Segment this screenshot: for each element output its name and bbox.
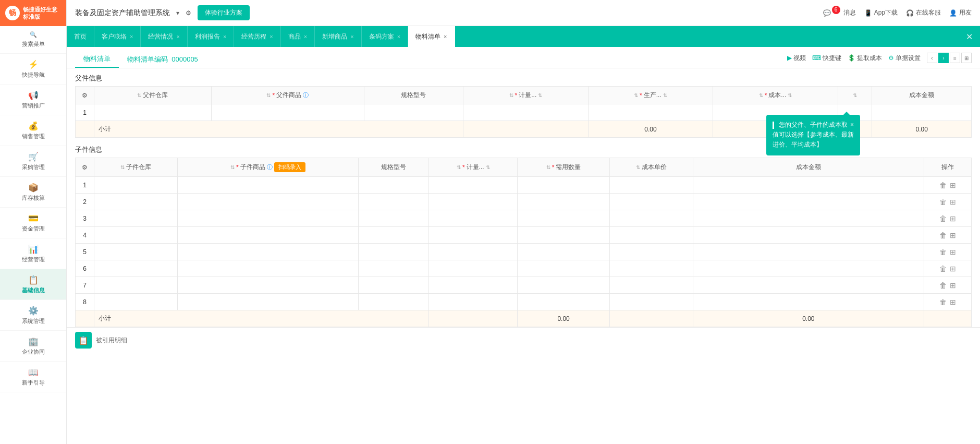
child-row3-product[interactable] [177, 210, 358, 227]
child-row8-delete-icon[interactable]: 🗑 [939, 298, 947, 306]
nav-next[interactable]: › [938, 53, 949, 63]
sidebar-item-sales[interactable]: 💰 销售管理 [0, 115, 66, 146]
child-row4-warehouse[interactable] [94, 227, 178, 244]
single-setting-action[interactable]: ⚙ 单据设置 [888, 54, 921, 63]
close-all-tabs[interactable]: ✕ [963, 32, 976, 42]
child-row7-unit[interactable] [429, 277, 518, 294]
child-row4-unit-cost[interactable] [609, 227, 693, 244]
tab-goods-close[interactable]: × [304, 33, 307, 40]
extra-sort-icon[interactable]: ⇅ [853, 92, 857, 98]
child-row3-delete-icon[interactable]: 🗑 [939, 214, 947, 223]
tab-home[interactable]: 首页 [67, 26, 94, 47]
child-row5-qty[interactable] [518, 244, 610, 260]
child-row6-unit[interactable] [429, 260, 518, 277]
cost-sort2-icon[interactable]: ⇅ [788, 92, 792, 98]
video-action[interactable]: ▶ 视频 [787, 54, 806, 63]
child-row6-product[interactable] [177, 260, 358, 277]
child-row3-spec[interactable] [359, 210, 429, 227]
settings-icon[interactable]: ⚙ [186, 9, 191, 17]
shortcut-action[interactable]: ⌨ 快捷键 [812, 54, 841, 63]
sidebar-item-quick-nav[interactable]: ⚡ 快捷导航 [0, 54, 66, 85]
sidebar-item-basic-info[interactable]: 📋 基础信息 [0, 269, 66, 300]
prod-sort2-icon[interactable]: ⇅ [663, 92, 667, 98]
tooltip-close[interactable]: × [850, 120, 854, 130]
child-row4-delete-icon[interactable]: 🗑 [939, 231, 947, 239]
child-row1-unit-cost[interactable] [609, 177, 693, 194]
tab-barcode-close[interactable]: × [397, 33, 400, 40]
child-row5-warehouse[interactable] [94, 244, 178, 260]
tab-business-close[interactable]: × [176, 33, 179, 40]
child-row1-spec[interactable] [359, 177, 429, 194]
sidebar-item-guide[interactable]: 📖 新手引导 [0, 362, 66, 392]
parent-row1-unit[interactable] [463, 104, 589, 121]
warehouse-sort-icon[interactable]: ⇅ [137, 92, 141, 98]
tab-barcode[interactable]: 条码方案 × [362, 26, 408, 47]
child-row1-product[interactable] [177, 177, 358, 194]
extract-cost-action[interactable]: 💲 提取成本 [848, 54, 882, 63]
prod-sort-icon[interactable]: ⇅ [634, 92, 638, 98]
tab-goods[interactable]: 商品 × [281, 26, 315, 47]
parent-row1-spec[interactable] [364, 104, 463, 121]
child-row6-qty[interactable] [518, 260, 610, 277]
child-row8-copy-icon[interactable]: ⊞ [950, 298, 956, 306]
child-row8-spec[interactable] [359, 294, 429, 310]
child-row4-spec[interactable] [359, 227, 429, 244]
child-row7-qty[interactable] [518, 277, 610, 294]
tab-profit[interactable]: 利润报告 × [188, 26, 234, 47]
child-row3-qty[interactable] [518, 210, 610, 227]
child-row7-delete-icon[interactable]: 🗑 [939, 281, 947, 290]
tab-customer-close[interactable]: × [130, 33, 133, 40]
user-item[interactable]: 👤 用友 [949, 8, 972, 17]
child-row2-product[interactable] [177, 194, 358, 210]
child-row7-warehouse[interactable] [94, 277, 178, 294]
sidebar-item-enterprise[interactable]: 🏢 企业协同 [0, 331, 66, 362]
child-row8-qty[interactable] [518, 294, 610, 310]
child-row2-qty[interactable] [518, 194, 610, 210]
tab-new-goods[interactable]: 新增商品 × [315, 26, 361, 47]
app-download-item[interactable]: 📱 App下载 [864, 8, 898, 17]
tab-history[interactable]: 经营历程 × [234, 26, 280, 47]
child-row3-copy-icon[interactable]: ⊞ [950, 214, 956, 223]
sub-tab-bom[interactable]: 物料清单 [75, 51, 119, 68]
sidebar-item-marketing[interactable]: 📢 营销推广 [0, 85, 66, 115]
message-item[interactable]: 💬 6 消息 [823, 8, 856, 17]
child-row6-spec[interactable] [359, 260, 429, 277]
sidebar-item-finance[interactable]: 💳 资金管理 [0, 208, 66, 238]
tab-history-close[interactable]: × [270, 33, 273, 40]
child-row6-warehouse[interactable] [94, 260, 178, 277]
scan-input-button[interactable]: 扫码录入 [274, 162, 305, 172]
child-row7-spec[interactable] [359, 277, 429, 294]
child-row2-unit[interactable] [429, 194, 518, 210]
child-row2-warehouse[interactable] [94, 194, 178, 210]
cost-sort-icon[interactable]: ⇅ [759, 92, 763, 98]
child-row1-delete-icon[interactable]: 🗑 [939, 181, 947, 189]
unit-sort-icon[interactable]: ⇅ [509, 92, 513, 98]
sidebar-item-operations[interactable]: 📊 经营管理 [0, 238, 66, 269]
tab-bom-close[interactable]: × [444, 33, 447, 40]
system-dropdown[interactable]: ▾ [176, 9, 179, 17]
nav-prev[interactable]: ‹ [927, 53, 937, 63]
tab-business[interactable]: 经营情况 × [141, 26, 187, 47]
child-row1-warehouse[interactable] [94, 177, 178, 194]
child-row6-copy-icon[interactable]: ⊞ [950, 265, 956, 273]
tab-profit-close[interactable]: × [223, 33, 226, 40]
child-row5-spec[interactable] [359, 244, 429, 260]
child-row4-product[interactable] [177, 227, 358, 244]
child-row8-warehouse[interactable] [94, 294, 178, 310]
child-row5-unit-cost[interactable] [609, 244, 693, 260]
child-row7-product[interactable] [177, 277, 358, 294]
child-row2-copy-icon[interactable]: ⊞ [950, 198, 956, 206]
child-row5-delete-icon[interactable]: 🗑 [939, 248, 947, 256]
tab-customer[interactable]: 客户联络 × [94, 26, 141, 47]
child-row5-product[interactable] [177, 244, 358, 260]
child-row2-delete-icon[interactable]: 🗑 [939, 198, 947, 206]
tab-bom[interactable]: 物料清单 × [408, 26, 455, 47]
child-row6-delete-icon[interactable]: 🗑 [939, 265, 947, 273]
parent-row1-prod[interactable] [588, 104, 713, 121]
nav-grid[interactable]: ⊞ [961, 53, 972, 63]
product-sort-icon[interactable]: ⇅ [266, 92, 271, 98]
child-row4-copy-icon[interactable]: ⊞ [950, 231, 956, 239]
parent-row1-warehouse[interactable] [94, 104, 212, 121]
search-menu-item[interactable]: 🔍 搜索菜单 [0, 26, 66, 54]
child-row4-qty[interactable] [518, 227, 610, 244]
